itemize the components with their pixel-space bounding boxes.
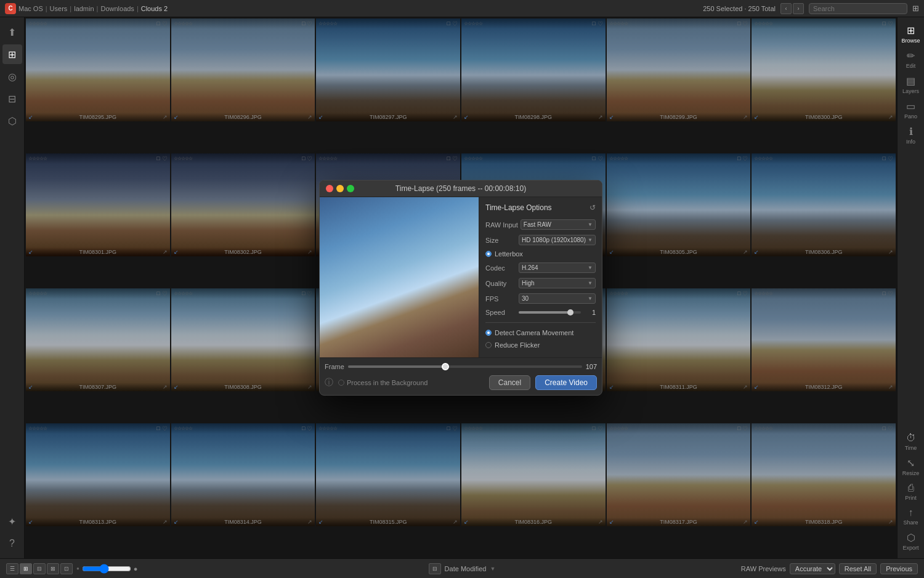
minimize-button[interactable] xyxy=(336,185,344,192)
sidebar-item-layers[interactable]: ▤ Layers xyxy=(899,73,923,97)
search-input[interactable] xyxy=(809,3,907,14)
sort-dropdown[interactable]: Date Modified xyxy=(445,565,487,572)
favorite-icon[interactable]: ♡ xyxy=(888,425,893,432)
reset-all-button[interactable]: Reset All xyxy=(839,563,877,574)
bb-icon-left[interactable]: ⊟ xyxy=(429,563,441,574)
sidebar-item-browse[interactable]: ⊞ Browse xyxy=(899,22,923,46)
favorite-icon[interactable]: ♡ xyxy=(307,20,312,27)
favorite-icon[interactable]: ♡ xyxy=(598,20,603,27)
codec-select[interactable]: H.264 ▼ xyxy=(519,263,596,273)
star-rating[interactable]: ☆☆☆☆☆ xyxy=(609,21,628,26)
favorite-icon[interactable]: ♡ xyxy=(598,155,603,162)
photo-cell[interactable]: ☆☆☆☆☆ □ ♡ ↙ TIM08305.JPG ↗ xyxy=(607,153,751,256)
photo-cell[interactable]: ☆☆☆☆☆ □ ♡ ↙ TIM08313.JPG ↗ xyxy=(26,423,170,526)
sidebar-item-info[interactable]: ℹ Info xyxy=(899,123,923,147)
list-view-button[interactable]: ☰ xyxy=(6,563,18,574)
favorite-icon[interactable]: ♡ xyxy=(888,290,893,297)
star-rating[interactable]: ☆☆☆☆☆ xyxy=(609,156,628,161)
favorite-icon[interactable]: ♡ xyxy=(162,290,168,297)
photo-cell[interactable]: ☆☆☆☆☆ □ ♡ ↙ TIM08314.JPG ↗ xyxy=(171,423,315,526)
favorite-icon[interactable]: ♡ xyxy=(162,425,168,432)
circle-icon[interactable]: ◎ xyxy=(2,67,22,86)
raw-input-select[interactable]: Fast RAW ▼ xyxy=(521,219,596,230)
photo-cell[interactable]: ☆☆☆☆☆ □ ♡ ↙ TIM08301.JPG ↗ xyxy=(26,153,170,256)
speed-slider[interactable] xyxy=(519,311,581,314)
star-rating[interactable]: ☆☆☆☆☆ xyxy=(28,21,47,26)
info-icon[interactable]: ⓘ xyxy=(325,377,333,388)
favorite-icon[interactable]: ♡ xyxy=(452,425,458,432)
stack-icon[interactable]: ⊟ xyxy=(2,89,22,108)
photo-cell[interactable]: ☆☆☆☆☆ □ ♡ ↙ TIM08300.JPG ↗ xyxy=(752,18,896,121)
sidebar-item-resize[interactable]: ⤡ Resize xyxy=(899,455,923,479)
favorite-icon[interactable]: ♡ xyxy=(307,155,312,162)
photo-cell[interactable]: ☆☆☆☆☆ □ ♡ ↙ TIM08297.JPG ↗ xyxy=(316,18,460,121)
process-bg-radio[interactable] xyxy=(338,380,344,386)
star-rating[interactable]: ☆☆☆☆☆ xyxy=(318,426,337,431)
photo-cell[interactable]: ☆☆☆☆☆ □ ♡ ↙ TIM08318.JPG ↗ xyxy=(752,423,896,526)
favorite-icon[interactable]: ♡ xyxy=(888,155,893,162)
grid-view2-button[interactable]: ⊟ xyxy=(33,563,46,574)
favorite-icon[interactable]: ♡ xyxy=(742,155,748,162)
close-button[interactable] xyxy=(326,185,333,192)
folder-icon[interactable]: ⊞ xyxy=(912,4,919,13)
star-rating[interactable]: ☆☆☆☆☆ xyxy=(464,21,482,26)
favorite-icon[interactable]: ♡ xyxy=(162,20,168,27)
create-video-button[interactable]: Create Video xyxy=(535,375,597,390)
star-rating[interactable]: ☆☆☆☆☆ xyxy=(28,291,47,296)
accurate-select[interactable]: Accurate xyxy=(790,563,835,574)
sidebar-item-pano[interactable]: ▭ Pano xyxy=(899,98,923,122)
star-rating[interactable]: ☆☆☆☆☆ xyxy=(754,21,772,26)
star-rating[interactable]: ☆☆☆☆☆ xyxy=(609,426,628,431)
fps-select[interactable]: 30 ▼ xyxy=(519,293,596,304)
star-rating[interactable]: ☆☆☆☆☆ xyxy=(318,156,337,161)
star-rating[interactable]: ☆☆☆☆☆ xyxy=(464,156,482,161)
star-rating[interactable]: ☆☆☆☆☆ xyxy=(754,291,772,296)
grid-view3-button[interactable]: ⊠ xyxy=(47,563,59,574)
frame-slider[interactable] xyxy=(348,365,582,368)
favorite-icon[interactable]: ♡ xyxy=(742,290,748,297)
star-rating[interactable]: ☆☆☆☆☆ xyxy=(28,426,47,431)
favorite-icon[interactable]: ♡ xyxy=(598,425,603,432)
sidebar-item-export[interactable]: ⬡ Export xyxy=(899,529,923,553)
export-icon[interactable]: ? xyxy=(2,534,22,553)
cancel-button[interactable]: Cancel xyxy=(489,375,530,390)
photo-cell[interactable]: ☆☆☆☆☆ □ ♡ ↙ TIM08302.JPG ↗ xyxy=(171,153,315,256)
favorite-icon[interactable]: ♡ xyxy=(452,20,458,27)
favorite-icon[interactable]: ♡ xyxy=(307,425,312,432)
photo-cell[interactable]: ☆☆☆☆☆ □ ♡ ↙ TIM08317.JPG ↗ xyxy=(607,423,751,526)
sidebar-item-share[interactable]: ↑ Share xyxy=(899,505,923,528)
photo-cell[interactable]: ☆☆☆☆☆ □ ♡ ↙ TIM08306.JPG ↗ xyxy=(752,153,896,256)
reduce-flicker-radio[interactable] xyxy=(485,342,492,348)
favorite-icon[interactable]: ♡ xyxy=(888,20,893,27)
star-rating[interactable]: ☆☆☆☆☆ xyxy=(754,426,772,431)
import-icon[interactable]: ⬆ xyxy=(2,22,22,42)
grid-view-button[interactable]: ⊞ xyxy=(20,563,32,574)
detect-camera-radio[interactable] xyxy=(485,330,492,336)
star-rating[interactable]: ☆☆☆☆☆ xyxy=(28,156,47,161)
letterbox-radio[interactable] xyxy=(485,251,492,257)
options-reset-button[interactable]: ↺ xyxy=(590,203,596,212)
star-rating[interactable]: ☆☆☆☆☆ xyxy=(754,156,772,161)
photo-cell[interactable]: ☆☆☆☆☆ □ ♡ ↙ TIM08308.JPG ↗ xyxy=(171,288,315,391)
map-icon[interactable]: ⬡ xyxy=(2,111,22,131)
photo-cell[interactable]: ☆☆☆☆☆ □ ♡ ↙ TIM08296.JPG ↗ xyxy=(171,18,315,121)
photo-cell[interactable]: ☆☆☆☆☆ □ ♡ ↙ TIM08311.JPG ↗ xyxy=(607,288,751,391)
photo-cell[interactable]: ☆☆☆☆☆ □ ♡ ↙ TIM08316.JPG ↗ xyxy=(461,423,606,526)
nav-back-button[interactable]: ‹ xyxy=(780,3,792,14)
favorite-icon[interactable]: ♡ xyxy=(452,155,458,162)
compare-view-button[interactable]: ⊡ xyxy=(60,563,73,574)
thumb-size-slider[interactable] xyxy=(82,564,131,573)
star-rating[interactable]: ☆☆☆☆☆ xyxy=(174,21,192,26)
sidebar-item-time[interactable]: ⏱ Time xyxy=(899,430,923,454)
size-select[interactable]: HD 1080p (1920x1080) ▼ xyxy=(519,235,596,245)
star-rating[interactable]: ☆☆☆☆☆ xyxy=(174,291,192,296)
favorite-icon[interactable]: ♡ xyxy=(307,290,312,297)
favorite-icon[interactable]: ♡ xyxy=(162,155,168,162)
previous-button[interactable]: Previous xyxy=(880,563,918,574)
star-rating[interactable]: ☆☆☆☆☆ xyxy=(318,21,337,26)
sidebar-item-print[interactable]: ⎙ Print xyxy=(899,480,923,503)
favorite-icon[interactable]: ♡ xyxy=(742,425,748,432)
star-rating[interactable]: ☆☆☆☆☆ xyxy=(174,426,192,431)
star-rating[interactable]: ☆☆☆☆☆ xyxy=(609,291,628,296)
sidebar-item-edit[interactable]: ✏ Edit xyxy=(899,47,923,71)
